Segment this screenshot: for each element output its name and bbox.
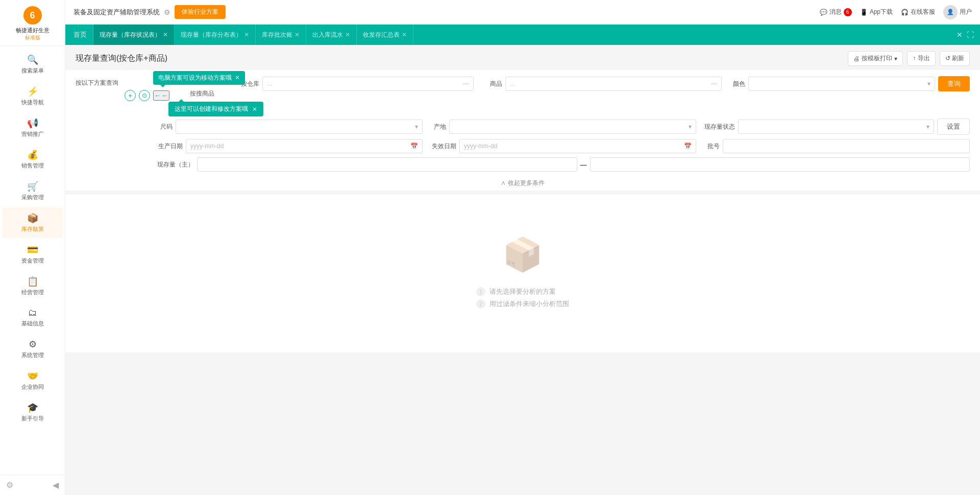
step2-number: 2 bbox=[476, 299, 485, 309]
stock-status-select[interactable]: ▾ bbox=[738, 120, 934, 134]
tab-close-all-icon[interactable]: ✕ bbox=[957, 31, 963, 39]
template-print-button[interactable]: 🖨 按模板打印 ▾ bbox=[848, 51, 903, 66]
stock-status-field: 现存量状态 ▾ 设置 bbox=[704, 119, 970, 135]
warehouse-more-icon: ⋯ bbox=[463, 80, 469, 87]
goods-label: 商品 bbox=[482, 80, 502, 88]
tab-inout-flow-close[interactable]: ✕ bbox=[345, 31, 350, 38]
expire-date-label: 失效日期 bbox=[431, 142, 456, 151]
filter-fields-row2: 尺码 ▾ 产地 ▾ 现存量状态 bbox=[157, 119, 970, 135]
sidebar-item-label: 系统管理 bbox=[21, 351, 44, 359]
origin-dropdown-icon: ▾ bbox=[689, 123, 692, 130]
produce-date-input[interactable]: yyyy-mm-dd 📅 bbox=[186, 139, 423, 153]
download-icon: 📱 bbox=[860, 9, 868, 16]
stock-main-from-input[interactable] bbox=[197, 157, 577, 172]
sidebar-item-quicknav[interactable]: ⚡ 快捷导航 bbox=[2, 81, 63, 111]
size-select[interactable]: ▾ bbox=[176, 120, 423, 134]
origin-select[interactable]: ▾ bbox=[449, 120, 696, 134]
export-button[interactable]: ↑ 导出 bbox=[907, 51, 935, 66]
tab-inventory-status-close[interactable]: ✕ bbox=[163, 31, 168, 38]
empty-step-1: 1 请先选择要分析的方案 bbox=[476, 287, 569, 296]
tooltip-scheme-close[interactable]: ✕ bbox=[235, 74, 240, 81]
sidebar-item-purchase[interactable]: 🛒 采购管理 bbox=[2, 176, 63, 206]
gear-icon[interactable]: ⚙ bbox=[164, 8, 170, 16]
sidebar: 6 畅捷通好生意 标准版 🔍 搜索菜单 ⚡ 快捷导航 📢 营销推广 💰 销售管理… bbox=[0, 0, 65, 495]
tooltip-scheme-text: 电脑方案可设为移动方案哦 bbox=[158, 74, 232, 82]
empty-state: 📦 1 请先选择要分析的方案 2 用过滤条件来缩小分析范围 bbox=[65, 195, 980, 352]
tooltip-create-text: 这里可以创建和修改方案哦 bbox=[175, 105, 248, 113]
size-label: 尺码 bbox=[157, 123, 173, 131]
sidebar-item-inventory[interactable]: 📦 库存核算 bbox=[2, 207, 63, 238]
sidebar-item-label: 采购管理 bbox=[21, 194, 44, 201]
produce-date-placeholder: yyyy-mm-dd bbox=[190, 143, 224, 150]
produce-date-label: 生产日期 bbox=[157, 142, 183, 151]
search-button[interactable]: 查询 bbox=[938, 76, 970, 91]
color-select[interactable]: ▾ bbox=[748, 77, 935, 91]
online-service-button[interactable]: 🎧 在线客服 bbox=[901, 8, 935, 16]
size-field: 尺码 ▾ bbox=[157, 119, 423, 135]
sidebar-item-label: 搜索菜单 bbox=[21, 67, 44, 75]
sidebar-item-system[interactable]: ⚙ 系统管理 bbox=[2, 334, 63, 364]
tab-inventory-dist-label: 现存量（库存分布表） bbox=[181, 31, 242, 39]
sidebar-item-finance[interactable]: 💳 资金管理 bbox=[2, 239, 63, 270]
origin-label: 产地 bbox=[431, 123, 446, 131]
template-print-icon: 🖨 bbox=[853, 55, 860, 62]
collapse-icon[interactable]: ◀ bbox=[53, 480, 59, 490]
online-service-label: 在线客服 bbox=[911, 8, 935, 16]
message-label: 消息 bbox=[829, 8, 842, 16]
sidebar-item-operations[interactable]: 📋 经营管理 bbox=[2, 271, 63, 301]
collapse-row[interactable]: ∧ 收起更多条件 bbox=[76, 176, 970, 191]
sidebar-item-guide[interactable]: 🎓 新手引导 bbox=[2, 397, 63, 428]
sidebar-item-label: 销售管理 bbox=[21, 162, 44, 170]
app-download-button[interactable]: 📱 App下载 bbox=[860, 8, 893, 16]
origin-field: 产地 ▾ bbox=[431, 119, 696, 135]
user-menu[interactable]: 👤 用户 bbox=[943, 5, 972, 19]
service-icon: 🎧 bbox=[901, 9, 909, 16]
tab-inout-flow-label: 出入库流水 bbox=[312, 31, 343, 39]
tab-batch-ledger-close[interactable]: ✕ bbox=[295, 31, 300, 38]
tab-collection-summary-close[interactable]: ✕ bbox=[402, 31, 407, 38]
tab-batch-ledger[interactable]: 库存批次账 ✕ bbox=[256, 25, 306, 45]
add-scheme-button[interactable]: + bbox=[125, 90, 136, 101]
tooltip-create-close[interactable]: ✕ bbox=[252, 106, 257, 113]
sidebar-nav: 🔍 搜索菜单 ⚡ 快捷导航 📢 营销推广 💰 销售管理 🛒 采购管理 📦 库存核… bbox=[0, 46, 65, 475]
quicknav-icon: ⚡ bbox=[27, 86, 38, 97]
sidebar-item-label: 企业协同 bbox=[21, 383, 44, 391]
trial-button[interactable]: 体验行业方案 bbox=[175, 5, 226, 19]
filter-fields-row4: 现存量（主） — bbox=[157, 157, 970, 172]
empty-step-2: 2 用过滤条件来缩小分析范围 bbox=[476, 299, 569, 309]
sidebar-item-sales[interactable]: 💰 销售管理 bbox=[2, 144, 63, 175]
color-dropdown-icon: ▾ bbox=[927, 80, 930, 87]
color-label: 颜色 bbox=[730, 80, 745, 88]
sidebar-item-label: 资金管理 bbox=[21, 257, 44, 265]
expire-date-input[interactable]: yyyy-mm-dd 📅 bbox=[459, 139, 696, 153]
tab-home[interactable]: 首页 bbox=[67, 25, 93, 45]
stock-main-to-input[interactable] bbox=[590, 157, 970, 172]
sidebar-item-marketing[interactable]: 📢 营销推广 bbox=[2, 112, 63, 143]
filter-label: 按以下方案查询 bbox=[76, 76, 118, 87]
tab-inventory-dist-close[interactable]: ✕ bbox=[244, 31, 249, 38]
tab-expand-icon[interactable]: ⛶ bbox=[967, 31, 974, 39]
sidebar-item-label: 基础信息 bbox=[21, 320, 44, 327]
batch-input[interactable] bbox=[723, 139, 970, 153]
tab-bar: 首页 现存量（库存状况表） ✕ 现存量（库存分布表） ✕ 库存批次账 ✕ 出入库… bbox=[65, 25, 980, 45]
reset-button[interactable]: 设置 bbox=[937, 119, 970, 135]
message-button[interactable]: 💬 消息 6 bbox=[820, 8, 852, 16]
tab-collection-summary[interactable]: 收发存汇总表 ✕ bbox=[357, 25, 413, 45]
warehouse-input[interactable]: ... ⋯ bbox=[262, 77, 474, 91]
step1-number: 1 bbox=[476, 287, 485, 296]
copy-scheme-button[interactable]: ⊙ bbox=[139, 90, 150, 101]
sidebar-item-search[interactable]: 🔍 搜索菜单 bbox=[2, 49, 63, 80]
sidebar-item-enterprise[interactable]: 🤝 企业协同 bbox=[2, 365, 63, 396]
tab-inventory-dist[interactable]: 现存量（库存分布表） ✕ bbox=[175, 25, 256, 45]
back-scheme-button[interactable]: ←← bbox=[153, 90, 169, 101]
page-header: 现存量查询(按仓库+商品) 🖨 按模板打印 ▾ ↑ 导出 ↺ 刷新 bbox=[65, 45, 980, 70]
top-header: 装备及固定资产辅助管理系统 ⚙ 体验行业方案 💬 消息 6 📱 App下载 🎧 … bbox=[65, 0, 980, 25]
refresh-button[interactable]: ↺ 刷新 bbox=[940, 51, 970, 66]
header-right: 💬 消息 6 📱 App下载 🎧 在线客服 👤 用户 bbox=[820, 5, 972, 19]
settings-icon[interactable]: ⚙ bbox=[6, 480, 13, 490]
tab-inventory-status[interactable]: 现存量（库存状况表） ✕ bbox=[93, 25, 175, 45]
scheme-item-1[interactable]: 按搜商品 bbox=[187, 88, 217, 100]
sidebar-item-basic[interactable]: 🗂 基础信息 bbox=[2, 302, 63, 333]
tab-inout-flow[interactable]: 出入库流水 ✕ bbox=[306, 25, 357, 45]
goods-input[interactable]: ... ⋯ bbox=[505, 77, 722, 91]
